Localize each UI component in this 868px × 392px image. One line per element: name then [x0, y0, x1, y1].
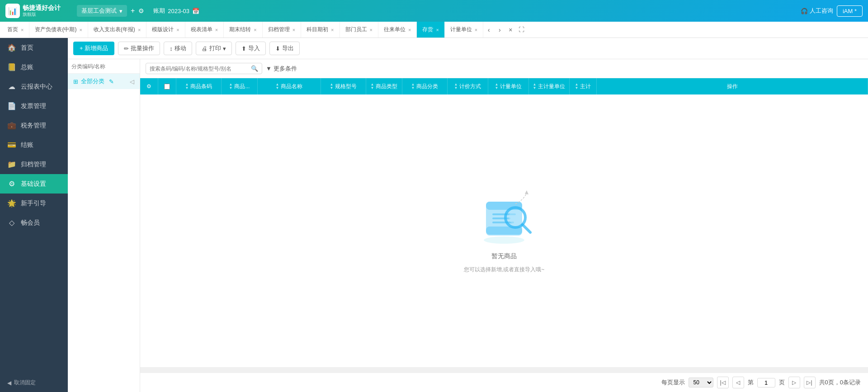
account-button[interactable]: iAM * — [837, 5, 863, 17]
tab-tax-close[interactable]: × — [215, 27, 218, 33]
th-col3[interactable]: ▲▼ 主计 — [570, 78, 597, 94]
sidebar-item-home[interactable]: 🏠 首页 — [0, 38, 68, 57]
tab-dept-close[interactable]: × — [370, 27, 373, 33]
th-spec[interactable]: ▲▼ 规格型号 — [321, 78, 366, 94]
sidebar-item-basic-settings[interactable]: ⚙ 基础设置 — [0, 174, 68, 194]
th-type[interactable]: ▲▼ 商品类型 — [366, 78, 402, 94]
tab-home[interactable]: 首页 × — [2, 22, 29, 38]
th-barcode-label: 商品条码 — [190, 83, 212, 90]
add-tab-icon[interactable]: + — [131, 7, 135, 15]
tab-template[interactable]: 模版设计 × — [146, 22, 185, 38]
tab-inventory-close[interactable]: × — [436, 27, 439, 33]
th-pricing[interactable]: ▲▼ 计价方式 — [448, 78, 488, 94]
th-barcode[interactable]: ▲▼ 商品条码 — [176, 78, 222, 94]
logo-area: 📊 畅捷通好会计 旗舰版 — [5, 4, 73, 18]
table-body: 暂无商品 您可以选择新增,或者直接导入哦~ — [140, 94, 868, 367]
tab-income-close[interactable]: × — [138, 27, 141, 33]
tab-archive-close[interactable]: × — [292, 27, 295, 33]
move-button[interactable]: ↕ 移动 — [164, 42, 192, 55]
page-prev-button[interactable]: ◁ — [732, 377, 744, 388]
consultation-button[interactable]: 🎧 人工咨询 — [801, 7, 833, 15]
pagination: 每页显示 50 100 200 |◁ ◁ 第 页 ▷ ▷| 共0页，0条记录 — [140, 373, 868, 392]
tab-home-close[interactable]: × — [21, 27, 24, 33]
tab-measure-unit[interactable]: 计量单位 × — [445, 22, 483, 38]
tab-period-close[interactable]: × — [254, 27, 256, 33]
horizontal-scrollbar[interactable] — [140, 367, 868, 373]
sidebar-item-member[interactable]: ◇ 畅会员 — [0, 213, 68, 232]
category-all[interactable]: ⊞ 全部分类 ✎ ◁ — [68, 74, 140, 89]
company-selector[interactable]: 基层工会测试 ▾ — [77, 5, 127, 17]
export-icon: ⬇ — [275, 45, 280, 52]
sidebar-item-guide[interactable]: 🌟 新手引导 — [0, 194, 68, 213]
sidebar-item-closing[interactable]: 💳 结账 — [0, 135, 68, 155]
tab-balance-close[interactable]: × — [79, 27, 82, 33]
th-code[interactable]: ▲▼ 商品... — [222, 78, 258, 94]
settings-icon[interactable]: ⚙ — [138, 7, 144, 14]
print-label: 打印 — [209, 44, 221, 52]
table-search-wrapper: 🔍 — [146, 63, 262, 74]
tab-inventory-label: 存货 — [422, 26, 433, 33]
sidebar-item-invoice[interactable]: 📄 发票管理 — [0, 96, 68, 116]
tab-expand[interactable]: ⛶ — [516, 22, 527, 38]
sidebar-item-ledger[interactable]: 📒 总账 — [0, 57, 68, 77]
page-last-button[interactable]: ▷| — [804, 377, 816, 388]
empty-sub-text: 您可以选择新增,或者直接导入哦~ — [464, 266, 544, 274]
tab-archive-label: 归档管理 — [268, 26, 290, 33]
import-button[interactable]: ⬆ 导入 — [236, 42, 266, 55]
tab-nav-left[interactable]: ‹ — [483, 22, 494, 38]
tab-vendor-close[interactable]: × — [408, 27, 411, 33]
new-item-label: + 新增商品 — [80, 44, 108, 52]
export-button[interactable]: ⬇ 导出 — [269, 42, 300, 55]
page-size-select[interactable]: 50 100 200 — [689, 378, 713, 387]
page-number-input[interactable] — [757, 378, 775, 387]
sidebar-invoice-label: 发票管理 — [21, 102, 46, 110]
tab-nav-right[interactable]: › — [494, 22, 505, 38]
sidebar-item-archive[interactable]: 📁 归档管理 — [0, 155, 68, 174]
new-item-button[interactable]: + 新增商品 — [73, 42, 114, 55]
tab-subject-close[interactable]: × — [331, 27, 334, 33]
tab-inventory[interactable]: 存货 × — [417, 22, 444, 38]
category-search-input[interactable] — [71, 63, 139, 70]
category-edit-icon[interactable]: ✎ — [109, 78, 114, 85]
category-collapse-icon[interactable]: ◁ — [130, 78, 134, 85]
th-checkbox[interactable] — [158, 78, 176, 94]
print-button[interactable]: 🖨 打印 ▾ — [196, 42, 232, 55]
batch-ops-button[interactable]: ✏ 批量操作 — [118, 42, 160, 55]
category-all-label: 全部分类 — [81, 77, 104, 85]
tab-template-close[interactable]: × — [176, 27, 179, 33]
filter-button[interactable]: ▼ 更多条件 — [266, 65, 297, 73]
tab-subject-init[interactable]: 科目期初 × — [301, 22, 340, 38]
sidebar-item-tax[interactable]: 💼 税务管理 — [0, 116, 68, 135]
calendar-icon[interactable]: 📅 — [192, 8, 199, 14]
th-name-label: 商品名称 — [281, 83, 302, 90]
sidebar-archive-label: 归档管理 — [21, 161, 46, 169]
sidebar-item-cloud-reports[interactable]: ☁ 云报表中心 — [0, 77, 68, 96]
th-unit[interactable]: ▲▼ 计量单位 — [488, 78, 529, 94]
tab-close-all[interactable]: × — [505, 22, 516, 38]
th-gear[interactable]: ⚙ — [140, 78, 158, 94]
select-all-checkbox[interactable] — [164, 84, 170, 90]
table-search-bar: 🔍 ▼ 更多条件 — [140, 59, 868, 78]
th-category[interactable]: ▲▼ 商品分类 — [402, 78, 448, 94]
tab-vendor[interactable]: 往来单位 × — [378, 22, 417, 38]
page-next-button[interactable]: ▷ — [788, 377, 800, 388]
svg-line-9 — [523, 225, 530, 232]
tab-measure-close[interactable]: × — [475, 27, 477, 33]
tab-period-carry[interactable]: 期末结转 × — [224, 22, 262, 38]
th-main-unit[interactable]: ▲▼ 主计量单位 — [529, 78, 570, 94]
table-search-input[interactable] — [150, 66, 249, 72]
table-search-icon[interactable]: 🔍 — [251, 65, 258, 72]
page-first-button[interactable]: |◁ — [717, 377, 729, 388]
tab-subject-init-label: 科目期初 — [307, 26, 328, 33]
tab-balance-sheet[interactable]: 资产负债表(中期) × — [29, 22, 88, 38]
tab-income[interactable]: 收入支出表(年报) × — [88, 22, 146, 38]
tab-tax-list[interactable]: 税表清单 × — [185, 22, 224, 38]
svg-rect-5 — [492, 217, 510, 219]
cancel-fixed-button[interactable]: ◀ 取消固定 — [0, 373, 68, 392]
tab-dept-staff[interactable]: 部门员工 × — [340, 22, 378, 38]
th-type-label: 商品类型 — [376, 83, 397, 90]
th-name[interactable]: ▲▼ 商品名称 — [258, 78, 321, 94]
tab-archive[interactable]: 归档管理 × — [263, 22, 301, 38]
th-category-label: 商品分类 — [416, 83, 438, 90]
batch-ops-icon: ✏ — [124, 45, 129, 52]
